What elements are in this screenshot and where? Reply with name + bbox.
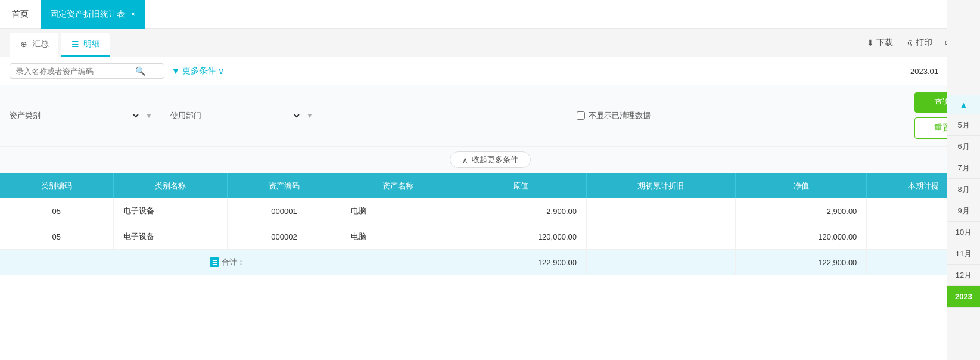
tab-detail-label: 明细 — [83, 39, 100, 49]
cell-origval-1: 2,900.00 — [455, 198, 587, 224]
table-row: 05 电子设备 000002 电脑 120,000.00 120,000.00 — [0, 224, 980, 250]
col-category-name: 类别名称 — [113, 173, 227, 198]
sidebar-month-8[interactable]: 8月 — [947, 179, 980, 200]
collapse-icon: ∧ — [462, 156, 468, 165]
sidebar-month-11[interactable]: 11月 — [947, 243, 980, 265]
sidebar-month-7[interactable]: 7月 — [947, 157, 980, 179]
cell-catname-2: 电子设备 — [113, 224, 227, 250]
filter-asset-category: 资产类别 ▼ — [10, 109, 153, 122]
collapse-btn[interactable]: ∧ 收起更多条件 — [450, 151, 531, 168]
date-display: 2023.01 — [910, 57, 938, 85]
cell-assetname-2: 电脑 — [341, 224, 455, 250]
data-table: 类别编码 类别名称 资产编码 资产名称 原值 期初累计折旧 净值 本期计提 05… — [0, 173, 980, 275]
summary-icon: ⊕ — [19, 39, 29, 49]
search-input[interactable] — [16, 67, 135, 76]
cell-code-1: 05 — [0, 198, 113, 224]
tab-label: 固定资产折旧统计表 — [50, 9, 125, 20]
total-origval: 122,900.00 — [455, 250, 587, 275]
sidebar-month-12[interactable]: 12月 — [947, 265, 980, 286]
filter-icon: ▼ — [172, 66, 180, 76]
asset-category-label: 资产类别 — [10, 110, 41, 121]
download-btn[interactable]: ⬇ 下载 — [867, 38, 893, 48]
sidebar-scroll-up[interactable]: ▲ — [947, 95, 980, 114]
cell-catname-1: 电子设备 — [113, 198, 227, 224]
cell-accumdep-2 — [586, 224, 735, 250]
search-row: 🔍 ▼ 更多条件 ∨ 2023.01 ❯ — [0, 57, 980, 85]
print-icon: 🖨 — [905, 38, 913, 48]
filter-hide-cleared: 不显示已清理数据 — [577, 110, 651, 121]
sidebar-month-6[interactable]: 6月 — [947, 136, 980, 157]
filter-more-label: 更多条件 — [182, 66, 216, 76]
total-label-text: 合计： — [222, 257, 245, 268]
total-netval: 122,900.00 — [735, 250, 867, 275]
cell-origval-2: 120,000.00 — [455, 224, 587, 250]
tab-close-icon[interactable]: × — [131, 10, 135, 18]
filter-row: 资产类别 ▼ 使用部门 ▼ 不显示已清理数据 查询 重置 — [0, 85, 980, 147]
cell-assetcode-2: 000002 — [227, 224, 341, 250]
right-sidebar: ▲ 5月 6月 7月 8月 9月 10月 11月 12月 2023 — [947, 0, 980, 360]
tab-summary-label: 汇总 — [32, 39, 49, 49]
table-header-row: 类别编码 类别名称 资产编码 资产名称 原值 期初累计折旧 净值 本期计提 — [0, 173, 980, 198]
hide-cleared-label: 不显示已清理数据 — [589, 110, 651, 121]
print-btn[interactable]: 🖨 打印 — [905, 38, 932, 48]
total-label-cell: ☰ 合计： — [0, 250, 455, 275]
sidebar-year-badge[interactable]: 2023 — [947, 286, 980, 308]
detail-icon: ☰ — [70, 39, 80, 49]
cell-code-2: 05 — [0, 224, 113, 250]
total-accumdep — [586, 250, 735, 275]
search-input-wrap[interactable]: 🔍 — [10, 63, 164, 79]
sidebar-month-9[interactable]: 9月 — [947, 200, 980, 222]
total-icon: ☰ — [210, 257, 219, 267]
cell-accumdep-1 — [586, 198, 735, 224]
department-label: 使用部门 — [170, 110, 201, 121]
col-original-value: 原值 — [455, 173, 587, 198]
cell-netval-2: 120,000.00 — [735, 224, 867, 250]
table-total-row: ☰ 合计： 122,900.00 122,900.00 — [0, 250, 980, 275]
filter-department: 使用部门 ▼ — [170, 109, 313, 122]
main-content: ⊕ 汇总 ☰ 明细 ⬇ 下载 🖨 打印 ↺ 刷新 🔍 — [0, 29, 980, 360]
collapse-label: 收起更多条件 — [472, 154, 518, 165]
col-asset-name: 资产名称 — [341, 173, 455, 198]
tab-detail[interactable]: ☰ 明细 — [61, 33, 110, 57]
active-tab[interactable]: 固定资产折旧统计表 × — [41, 0, 145, 29]
collapse-row: ∧ 收起更多条件 — [0, 147, 980, 173]
department-dropdown-icon: ▼ — [306, 111, 313, 120]
department-select[interactable] — [206, 109, 301, 122]
sidebar-month-5[interactable]: 5月 — [947, 114, 980, 136]
table-row: 05 电子设备 000001 电脑 2,900.00 2,900.00 — [0, 198, 980, 224]
filter-more-btn[interactable]: ▼ 更多条件 ∨ — [172, 66, 224, 76]
print-label: 打印 — [916, 38, 932, 48]
top-nav: 首页 固定资产折旧统计表 × ✕ — [0, 0, 980, 29]
tabs-row: ⊕ 汇总 ☰ 明细 ⬇ 下载 🖨 打印 ↺ 刷新 — [0, 29, 980, 57]
cell-assetname-1: 电脑 — [341, 198, 455, 224]
table-wrap: 类别编码 类别名称 资产编码 资产名称 原值 期初累计折旧 净值 本期计提 05… — [0, 173, 980, 360]
sidebar-month-10[interactable]: 10月 — [947, 222, 980, 243]
search-icon[interactable]: 🔍 — [135, 66, 145, 76]
chevron-down-icon: ∨ — [218, 66, 224, 76]
cell-netval-1: 2,900.00 — [735, 198, 867, 224]
asset-category-dropdown-icon: ▼ — [145, 111, 153, 120]
col-net-value: 净值 — [735, 173, 867, 198]
tab-summary[interactable]: ⊕ 汇总 — [10, 33, 58, 57]
nav-home[interactable]: 首页 — [0, 0, 41, 29]
hide-cleared-checkbox[interactable] — [577, 111, 585, 120]
col-category-code: 类别编码 — [0, 173, 113, 198]
cell-assetcode-1: 000001 — [227, 198, 341, 224]
download-icon: ⬇ — [867, 38, 874, 48]
download-label: 下载 — [876, 38, 893, 48]
col-accum-depreciation: 期初累计折旧 — [586, 173, 735, 198]
asset-category-select[interactable] — [45, 109, 141, 122]
col-asset-code: 资产编码 — [227, 173, 341, 198]
